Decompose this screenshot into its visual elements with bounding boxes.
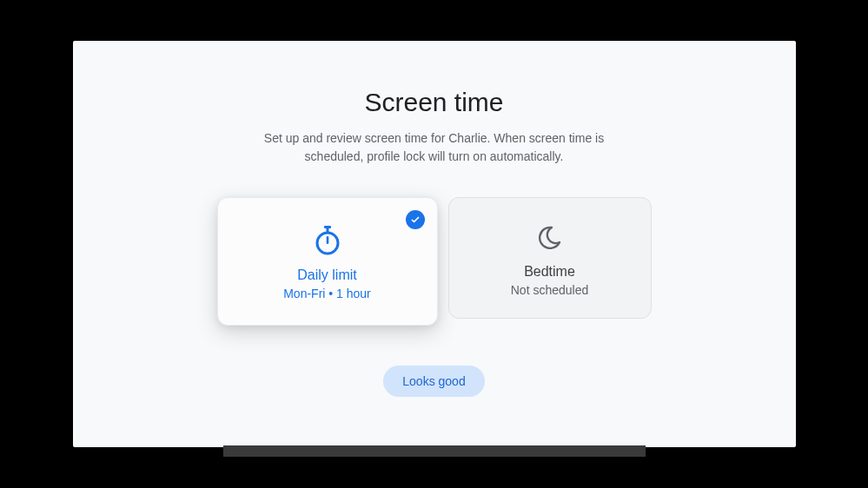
stopwatch-icon [315, 226, 341, 255]
daily-limit-card[interactable]: Daily limit Mon-Fri • 1 hour [217, 197, 438, 326]
svg-rect-3 [326, 236, 328, 244]
bedtime-subtitle: Not scheduled [511, 283, 589, 297]
page-title: Screen time [364, 88, 503, 117]
daily-limit-title: Daily limit [297, 267, 356, 283]
moon-icon [538, 222, 562, 252]
bedtime-title: Bedtime [524, 264, 575, 280]
bedtime-card[interactable]: Bedtime Not scheduled [448, 197, 652, 319]
screen-time-setup: Screen time Set up and review screen tim… [73, 41, 796, 447]
checkmark-icon [406, 210, 425, 229]
tv-stand-shadow [223, 445, 646, 457]
daily-limit-subtitle: Mon-Fri • 1 hour [283, 287, 371, 300]
page-description: Set up and review screen time for Charli… [252, 129, 617, 166]
svg-rect-1 [326, 228, 328, 232]
looks-good-button[interactable]: Looks good [383, 366, 484, 397]
options-row: Daily limit Mon-Fri • 1 hour Bedtime Not… [217, 197, 652, 326]
